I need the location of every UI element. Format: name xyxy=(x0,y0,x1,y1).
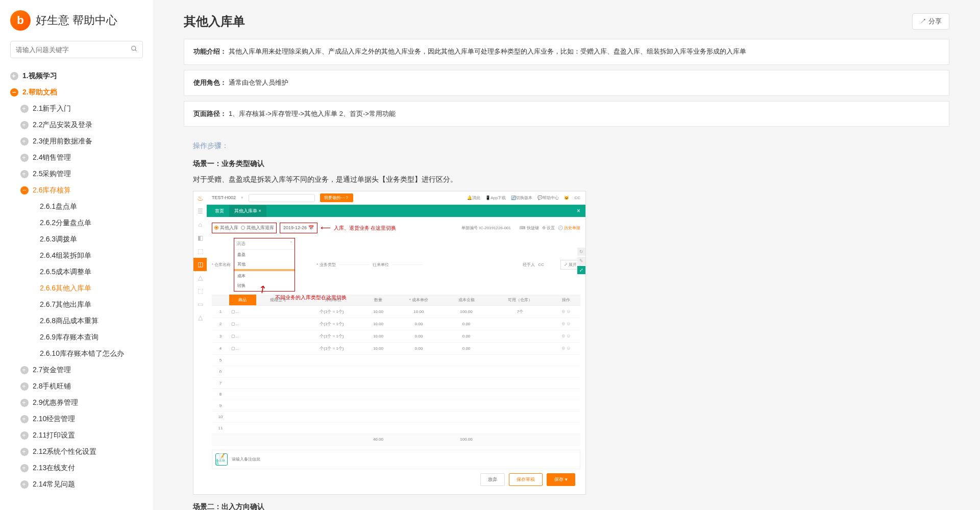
ss-callout-2: 不同业务的入库类型在这里切换 xyxy=(275,293,347,302)
nav-item-2-11[interactable]: 2.11打印设置 xyxy=(10,427,143,443)
nav-item-2-6-9[interactable]: 2.6.9库存账本查询 xyxy=(10,329,143,345)
nav-item-2-6-8[interactable]: 2.6.8商品成本重算 xyxy=(10,312,143,329)
ss-tab-doc: 其他入库单 × xyxy=(229,205,266,217)
scene1-label: 场景一：业务类型确认 xyxy=(193,157,940,171)
ss-biztype-dropdown: 涡选˄ 盘盈 其他 成本 转换 xyxy=(234,238,295,292)
ss-right-rail: ↻ ✎ ⤢ xyxy=(577,248,585,275)
nav-item-2-3[interactable]: 2.3使用前数据准备 xyxy=(10,133,143,149)
nav-item-2-6-2[interactable]: 2.6.2分量盘点单 xyxy=(10,214,143,231)
ss-grid: 商品 规格型号 * 库存单位 数量 * 成本单价 成本金额 可用（仓库） 操作 … xyxy=(212,295,580,446)
plus-icon xyxy=(20,431,29,440)
path-box: 页面路径：1、库存核算->库存管理->其他入库单 2、首页->常用功能 xyxy=(184,101,949,127)
ss-discard-button: 放弃 xyxy=(480,473,505,486)
nav-item-2-5[interactable]: 2.5采购管理 xyxy=(10,165,143,182)
ss-rail-icon: ⬚ xyxy=(193,284,207,298)
nav-item-2-1[interactable]: 2.1新手入门 xyxy=(10,100,143,116)
ss-maker-value: CC xyxy=(538,261,544,269)
role-box: 使用角色：通常由仓管人员维护 xyxy=(184,70,949,96)
plus-icon xyxy=(20,448,29,456)
ss-username: CC xyxy=(574,194,580,202)
nav-item-2-10[interactable]: 2.10经营管理 xyxy=(10,410,143,427)
plus-icon xyxy=(20,170,29,178)
steps-label: 操作步骤： xyxy=(193,139,940,153)
ss-type-label: * 业务类型 xyxy=(316,261,335,269)
ss-store-label: * 仓库名称 xyxy=(212,261,231,269)
ss-switch-link: 🔄切换版本 xyxy=(511,194,532,202)
nav-item-2-4[interactable]: 2.4销售管理 xyxy=(10,149,143,165)
plus-icon xyxy=(20,105,29,113)
nav-item-2-7[interactable]: 2.7资金管理 xyxy=(10,361,143,378)
nav-item-2-9[interactable]: 2.9优惠券管理 xyxy=(10,394,143,410)
ss-help-link: 💬帮助中心 xyxy=(537,194,559,202)
ss-rr-icon: ↻ xyxy=(577,248,585,256)
ss-shortcut-link: ⌨ 快捷键 xyxy=(520,224,539,232)
nav-item-2-8[interactable]: 2.8手机旺铺 xyxy=(10,378,143,394)
nav-item-2-6-6[interactable]: 2.6.6其他入库单 xyxy=(10,280,143,296)
ss-remark: 📝备注信息 xyxy=(212,450,580,469)
ss-top-button: 我要做的~~？ xyxy=(320,193,353,202)
ss-rr-icon: ✎ xyxy=(577,257,585,265)
ss-rail-icon: △ xyxy=(193,271,207,284)
nav-item-2-12[interactable]: 2.12系统个性化设置 xyxy=(10,443,143,459)
svg-line-1 xyxy=(135,50,137,51)
intro-label: 功能介绍： xyxy=(193,47,227,55)
ss-history-link: 🕘 历史单据 xyxy=(558,224,580,232)
share-icon: ↗ xyxy=(920,17,926,25)
nav-item-2-2[interactable]: 2.2产品安装及登录 xyxy=(10,116,143,133)
screenshot-image: ♨ ☰ ⌂ ◧ ⬚ ◫ △ ⬚ ▭ △ TEST-H xyxy=(193,191,586,495)
nav-item-2-6-5[interactable]: 2.6.5成本调整单 xyxy=(10,263,143,280)
plus-icon xyxy=(20,415,29,423)
nav-item-2-6-4[interactable]: 2.6.4组装拆卸单 xyxy=(10,247,143,263)
svg-point-0 xyxy=(132,46,136,50)
ss-rail-icon: ☰ xyxy=(193,205,207,218)
plus-icon xyxy=(20,366,29,374)
ss-footer: 放弃 保存草稿 保存 ▾ xyxy=(212,469,580,490)
ss-party-label: 往来单位 xyxy=(373,261,389,269)
ss-search xyxy=(249,194,315,202)
brand-title: 好生意 帮助中心 xyxy=(36,13,117,28)
ss-docno: 单据编号 IC-20191226-001 xyxy=(461,224,511,232)
sidebar: b 好生意 帮助中心 1.视频学习 2.帮助文档 2.1新手入门 2.2产品安装… xyxy=(0,0,153,510)
nav-item-2-6-7[interactable]: 2.6.7其他出库单 xyxy=(10,296,143,312)
path-text: 1、库存核算->库存管理->其他入库单 2、首页->常用功能 xyxy=(229,110,396,117)
nav-item-2-6-3[interactable]: 2.6.3调拨单 xyxy=(10,231,143,247)
share-button[interactable]: ↗ 分享 xyxy=(912,13,949,30)
ss-tabs: 首页 其他入库单 × × xyxy=(207,205,585,217)
plus-icon xyxy=(20,480,29,489)
ss-account: TEST-H002 xyxy=(212,193,236,202)
ss-rail-icon: ◧ xyxy=(193,231,207,245)
ss-left-rail: ♨ ☰ ⌂ ◧ ⬚ ◫ △ ⬚ ▭ △ xyxy=(193,191,207,494)
plus-icon xyxy=(20,121,29,129)
ss-logo-icon: ♨ xyxy=(193,191,207,205)
role-text: 通常由仓管人员维护 xyxy=(229,79,288,86)
ss-arrow-icon: ⟵ xyxy=(321,221,331,235)
nav-item-video[interactable]: 1.视频学习 xyxy=(10,67,143,84)
ss-avatar-icon: 🐱 xyxy=(564,194,569,202)
ss-rail-icon-active: ◫ xyxy=(193,258,207,271)
nav-item-2-6-1[interactable]: 2.6.1盘点单 xyxy=(10,198,143,214)
ss-topbar: TEST-H002 ▾ 我要做的~~？ 🔔消息 📱App下载 🔄切换版本 💬帮助… xyxy=(207,191,585,205)
ss-callout-1: 入库、退货业务 在这里切换 xyxy=(334,223,397,233)
ss-rail-icon: △ xyxy=(193,311,207,324)
scene2-label: 场景二：出入方向确认 xyxy=(193,500,940,510)
main-content: 其他入库单 ↗ 分享 功能介绍：其他入库单用来处理除采购入库、产成品入库之外的其… xyxy=(153,0,980,510)
ss-date-box: 2019-12-26 📅 xyxy=(280,223,317,233)
nav-item-2-14[interactable]: 2.14常见问题 xyxy=(10,476,143,492)
ss-doctype-box: 其他入库 其他入库退库 xyxy=(212,223,277,233)
ss-save-button: 保存 ▾ xyxy=(547,473,575,486)
search-input[interactable] xyxy=(10,41,143,58)
ss-settings-link: ⚙ 设置 xyxy=(542,224,555,232)
ss-rail-icon: ▭ xyxy=(193,298,207,311)
search-icon[interactable] xyxy=(131,45,138,54)
ss-tab-home: 首页 xyxy=(210,205,229,217)
search-box xyxy=(10,41,143,58)
page-title: 其他入库单 xyxy=(184,13,245,30)
sidebar-nav: 1.视频学习 2.帮助文档 2.1新手入门 2.2产品安装及登录 2.3使用前数… xyxy=(10,67,143,492)
nav-item-2-6-10[interactable]: 2.6.10库存账本错了怎么办 xyxy=(10,345,143,361)
brand-logo: b xyxy=(10,10,31,31)
nav-item-2-6[interactable]: 2.6库存核算 xyxy=(10,182,143,198)
nav-item-docs[interactable]: 2.帮助文档 xyxy=(10,84,143,100)
ss-remark-icon: 📝备注信息 xyxy=(215,453,228,466)
nav-item-2-13[interactable]: 2.13在线支付 xyxy=(10,459,143,476)
share-label: 分享 xyxy=(928,17,942,25)
